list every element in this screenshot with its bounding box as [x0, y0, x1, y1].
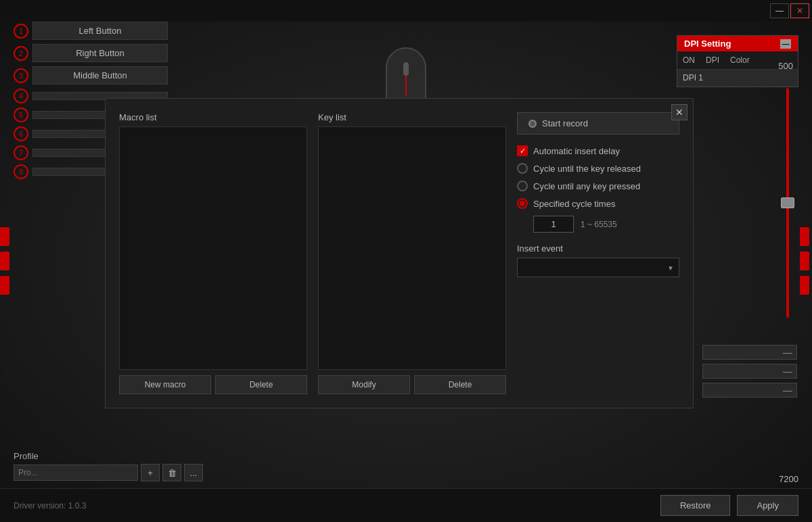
dpi-max-value: 500: [778, 61, 793, 71]
start-record-button[interactable]: Start record: [517, 112, 679, 135]
macro-modal: ✕ Macro list New macro Delete Key list: [105, 98, 694, 408]
record-dot-icon: [528, 120, 537, 128]
modal-body: Macro list New macro Delete Key list Mod…: [119, 112, 679, 394]
auto-insert-delay-label: Automatic insert delay: [533, 146, 620, 156]
slider-thumb[interactable]: [781, 197, 794, 208]
delete-profile-button[interactable]: 🗑: [162, 464, 181, 481]
cycle-released-label: Cycle until the key released: [533, 164, 641, 174]
new-macro-button[interactable]: New macro: [119, 375, 211, 394]
mouse-button-3: 3 Middle Button: [14, 66, 203, 85]
restore-button[interactable]: Restore: [660, 495, 731, 516]
button-number-5: 5: [14, 108, 28, 122]
button-label-3[interactable]: Middle Button: [32, 66, 168, 85]
insert-event-select[interactable]: [517, 258, 679, 277]
more-profile-button[interactable]: ...: [184, 464, 203, 481]
dpi-title: DPI Setting —: [677, 36, 798, 51]
macro-list-buttons: New macro Delete: [119, 375, 307, 394]
profile-input[interactable]: [14, 465, 138, 481]
cycle-times-input[interactable]: [533, 216, 574, 233]
dpi-color-label: Color: [730, 55, 750, 65]
start-record-text: Start record: [542, 118, 588, 128]
dpi-slider[interactable]: [782, 88, 793, 318]
dpi-btn-2[interactable]: —: [702, 364, 797, 379]
cycle-released-radio[interactable]: [517, 163, 528, 174]
button-number-7: 7: [14, 145, 28, 160]
dpi-minimize-button[interactable]: —: [780, 39, 791, 49]
key-list-title: Key list: [318, 112, 506, 122]
specified-cycle-label: Specified cycle times: [533, 199, 615, 209]
macro-list-column: Macro list New macro Delete: [119, 112, 307, 394]
cycle-released-row: Cycle until the key released: [517, 163, 679, 174]
insert-event-section: Insert event ▼: [517, 243, 679, 277]
delete-key-button[interactable]: Delete: [414, 375, 506, 394]
modal-close-button[interactable]: ✕: [671, 104, 687, 120]
settings-column: Start record ✓ Automatic insert delay Cy…: [517, 112, 679, 394]
button-number-6: 6: [14, 126, 28, 141]
button-number-2: 2: [14, 46, 28, 61]
dpi-btn-3[interactable]: —: [702, 383, 797, 398]
key-list-buttons: Modify Delete: [318, 375, 506, 394]
cycle-range-text: 1 ~ 65535: [581, 220, 617, 229]
macro-list-box[interactable]: [119, 126, 307, 370]
delete-macro-button[interactable]: Delete: [215, 375, 307, 394]
dpi-on-label: ON: [683, 55, 695, 65]
dpi-dpi-label: DPI: [706, 55, 719, 65]
apply-button[interactable]: Apply: [737, 495, 798, 516]
dpi-btn-1[interactable]: —: [702, 345, 797, 360]
cycle-input-row: 1 ~ 65535: [533, 216, 679, 233]
cycle-any-key-label: Cycle until any key pressed: [533, 181, 640, 191]
modify-button[interactable]: Modify: [318, 375, 410, 394]
mouse-button-2: 2 Right Button: [14, 44, 203, 62]
cycle-any-key-radio[interactable]: [517, 181, 528, 191]
specified-cycle-radio[interactable]: [517, 198, 528, 209]
bottom-bar: Driver version: 1.0.3 Restore Apply: [0, 488, 812, 522]
dpi-min-value: 7200: [779, 474, 798, 484]
close-button[interactable]: ✕: [790, 3, 809, 18]
add-profile-button[interactable]: +: [141, 464, 160, 481]
auto-insert-delay-row: ✓ Automatic insert delay: [517, 145, 679, 156]
bottom-buttons: Restore Apply: [660, 495, 798, 516]
key-list-box[interactable]: [318, 126, 506, 370]
button-number-3: 3: [14, 68, 28, 83]
profile-section: Profile + 🗑 ...: [14, 451, 203, 481]
dpi-side-buttons: — — —: [702, 345, 797, 398]
mouse-button-1: 1 Left Button: [14, 22, 203, 40]
insert-event-wrapper: ▼: [517, 258, 679, 277]
specified-cycle-row: Specified cycle times: [517, 198, 679, 209]
auto-insert-delay-checkbox[interactable]: ✓: [517, 145, 528, 156]
macro-list-title: Macro list: [119, 112, 307, 122]
title-bar: — ✕: [0, 0, 812, 22]
button-label-1[interactable]: Left Button: [32, 22, 168, 40]
dpi-row-1[interactable]: DPI 1: [677, 70, 798, 87]
cycle-any-key-row: Cycle until any key pressed: [517, 181, 679, 191]
button-number-4: 4: [14, 89, 28, 103]
button-label-2[interactable]: Right Button: [32, 44, 168, 62]
button-number-8: 8: [14, 164, 28, 179]
minimize-button[interactable]: —: [770, 3, 789, 18]
insert-event-label: Insert event: [517, 243, 679, 254]
button-number-1: 1: [14, 24, 28, 39]
version-text: Driver version: 1.0.3: [14, 501, 86, 511]
dpi-title-text: DPI Setting: [684, 39, 731, 49]
key-list-column: Key list Modify Delete: [318, 112, 506, 394]
left-decoration: [0, 227, 12, 295]
right-decoration: [800, 227, 812, 295]
profile-label: Profile: [14, 451, 203, 461]
